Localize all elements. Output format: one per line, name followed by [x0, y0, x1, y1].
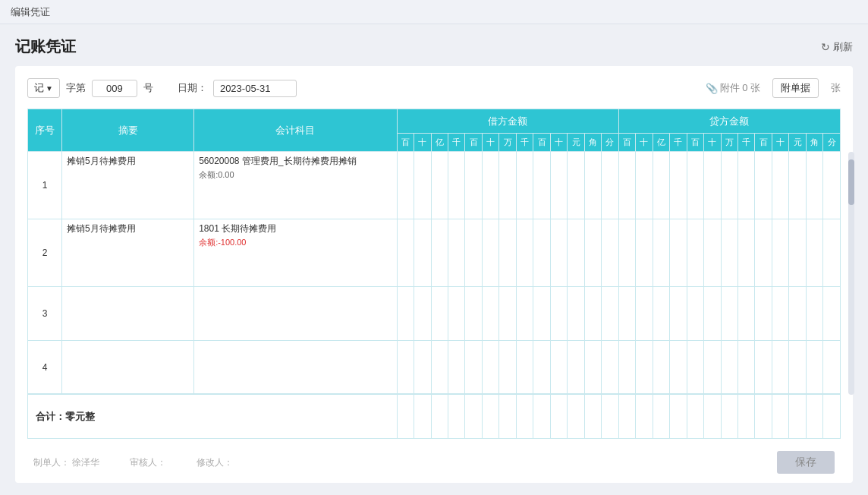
c1-5[interactable] — [704, 152, 721, 219]
c1-11[interactable] — [806, 152, 822, 219]
d1-1[interactable] — [414, 152, 431, 219]
c1-10[interactable] — [789, 152, 806, 219]
c2-7[interactable] — [737, 219, 754, 286]
c1-12[interactable] — [823, 152, 841, 219]
d1-8[interactable] — [533, 152, 550, 219]
c2-11[interactable] — [806, 219, 822, 286]
date-input[interactable] — [213, 80, 297, 97]
c1-6[interactable] — [721, 152, 737, 219]
single-label: 附单据 — [781, 82, 810, 93]
row-account-4[interactable] — [194, 340, 397, 394]
col-credit-header: 贷方金额 — [618, 109, 840, 134]
total-row: 合计：零元整 — [28, 394, 841, 438]
debit-char-9: 十 — [550, 134, 567, 152]
c2-5[interactable] — [704, 219, 721, 286]
c2-12[interactable] — [823, 219, 841, 286]
d2-5[interactable] — [482, 219, 498, 286]
col-seq-header: 序号 — [28, 109, 62, 152]
d1-3[interactable] — [448, 152, 465, 219]
d1-6[interactable] — [499, 152, 516, 219]
debit-char-12: 分 — [602, 134, 618, 152]
d2-1[interactable] — [414, 219, 431, 286]
page-header: 记账凭证 ↻ 刷新 — [15, 36, 853, 57]
save-button[interactable]: 保存 — [777, 451, 835, 474]
footer-row: 制单人： 徐泽华 审核人： 修改人： 保存 — [27, 445, 841, 474]
table-header-row1: 序号 摘要 会计科目 借方金额 贷方金额 — [28, 109, 841, 134]
footer-right: 保存 — [777, 451, 835, 474]
c2-1[interactable] — [636, 219, 653, 286]
col-account-header: 会计科目 — [194, 109, 397, 152]
scrollbar-thumb[interactable] — [848, 159, 854, 205]
row-summary-3[interactable] — [61, 286, 193, 340]
d1-2[interactable] — [431, 152, 448, 219]
c2-8[interactable] — [755, 219, 772, 286]
credit-char-6: 万 — [721, 134, 737, 152]
debit-char-11: 角 — [584, 134, 601, 152]
modifier-label: 修改人： — [197, 456, 233, 469]
d1-7[interactable] — [516, 152, 533, 219]
refresh-icon: ↻ — [821, 41, 830, 53]
c1-2[interactable] — [653, 152, 669, 219]
d2-12[interactable] — [602, 219, 618, 286]
c2-9[interactable] — [772, 219, 788, 286]
row-summary-1[interactable]: 摊销5月待摊费用 — [61, 152, 193, 219]
reviewer-label: 审核人： — [130, 456, 166, 469]
row-account-3[interactable] — [194, 286, 397, 340]
table-row: 1 摊销5月待摊费用 56020008 管理费用_长期待摊费用摊销 余额:0.0… — [28, 152, 841, 219]
attachment-link[interactable]: 📎 附件 0 张 — [706, 81, 760, 95]
row-summary-2[interactable]: 摊销5月待摊费用 — [61, 219, 193, 286]
c2-2[interactable] — [653, 219, 669, 286]
credit-char-2: 亿 — [653, 134, 669, 152]
d2-3[interactable] — [448, 219, 465, 286]
debit-char-0: 百 — [397, 134, 414, 152]
date-label: 日期： — [178, 81, 207, 95]
debit-char-6: 万 — [499, 134, 516, 152]
row-summary-4[interactable] — [61, 340, 193, 394]
voucher-header: 记 ▼ 字第 号 日期： 📎 附件 0 张 附单据 张 — [27, 78, 841, 98]
row-account-1[interactable]: 56020008 管理费用_长期待摊费用摊销 余额:0.00 — [194, 152, 397, 219]
credit-char-7: 千 — [737, 134, 754, 152]
d2-4[interactable] — [465, 219, 482, 286]
row-seq-4: 4 — [28, 340, 62, 394]
voucher-number-input[interactable] — [92, 80, 137, 97]
debit-char-2: 亿 — [431, 134, 448, 152]
d2-2[interactable] — [431, 219, 448, 286]
c2-6[interactable] — [721, 219, 737, 286]
c1-7[interactable] — [737, 152, 754, 219]
page-title: 记账凭证 — [15, 36, 76, 57]
d2-10[interactable] — [568, 219, 584, 286]
debit-char-1: 十 — [414, 134, 431, 152]
c2-10[interactable] — [789, 219, 806, 286]
d1-11[interactable] — [584, 152, 601, 219]
voucher-type-button[interactable]: 记 ▼ — [27, 78, 60, 98]
c1-0[interactable] — [618, 152, 635, 219]
d2-11[interactable] — [584, 219, 601, 286]
d2-0[interactable] — [397, 219, 414, 286]
d1-10[interactable] — [568, 152, 584, 219]
debit-char-5: 十 — [482, 134, 498, 152]
refresh-button[interactable]: ↻ 刷新 — [821, 40, 853, 54]
c2-4[interactable] — [687, 219, 703, 286]
c1-1[interactable] — [636, 152, 653, 219]
scrollbar[interactable] — [848, 152, 854, 395]
account-code-2: 1801 长期待摊费用 — [199, 223, 276, 234]
c1-4[interactable] — [687, 152, 703, 219]
d2-6[interactable] — [499, 219, 516, 286]
d2-8[interactable] — [533, 219, 550, 286]
debit-char-4: 百 — [465, 134, 482, 152]
d2-7[interactable] — [516, 219, 533, 286]
c2-3[interactable] — [670, 219, 687, 286]
d1-12[interactable] — [602, 152, 618, 219]
credit-char-12: 分 — [823, 134, 841, 152]
d1-4[interactable] — [465, 152, 482, 219]
row-account-2[interactable]: 1801 长期待摊费用 余额:-100.00 — [194, 219, 397, 286]
d2-9[interactable] — [550, 219, 567, 286]
c2-0[interactable] — [618, 219, 635, 286]
single-button[interactable]: 附单据 — [772, 78, 819, 98]
c1-9[interactable] — [772, 152, 788, 219]
c1-8[interactable] — [755, 152, 772, 219]
d1-9[interactable] — [550, 152, 567, 219]
c1-3[interactable] — [670, 152, 687, 219]
d1-5[interactable] — [482, 152, 498, 219]
d1-0[interactable] — [397, 152, 414, 219]
